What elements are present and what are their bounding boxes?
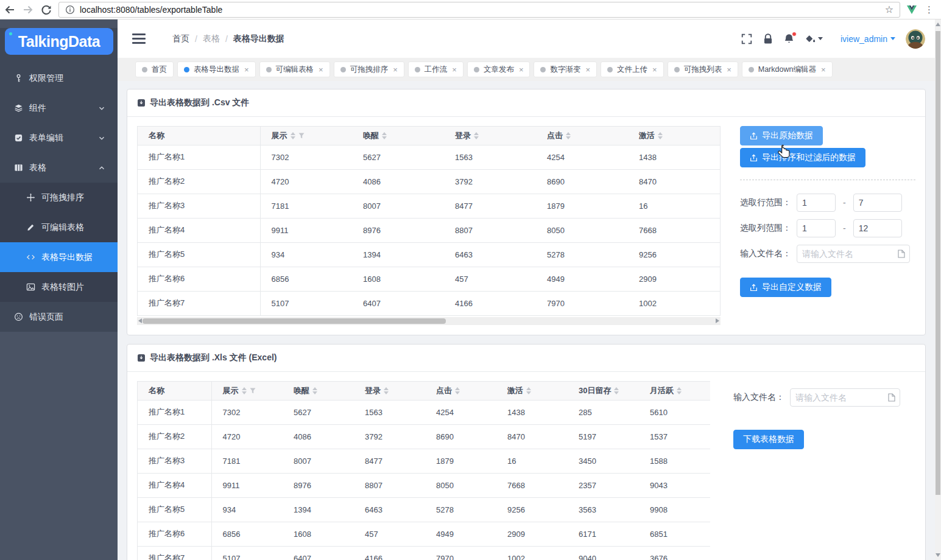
scroll-right-arrow[interactable] [716, 318, 719, 323]
table-cell: 9043 [639, 473, 710, 497]
column-header[interactable]: 点击 [425, 382, 496, 400]
sidebar-item-components[interactable]: 组件 [0, 93, 118, 123]
sidebar-item-error-page[interactable]: 错误页面 [0, 302, 118, 332]
filter-icon[interactable] [298, 133, 305, 139]
tab-close-icon[interactable]: × [452, 66, 457, 74]
tab-close-icon[interactable]: × [821, 66, 826, 74]
sidebar-item-editable-table[interactable]: 可编辑表格 [0, 212, 118, 242]
csv-table: 名称展示唤醒登录点击激活推广名称173025627156342541438推广名… [137, 126, 721, 316]
sort-caret-icon[interactable] [312, 387, 317, 394]
browser-menu-kebab-icon[interactable]: ⋮ [925, 4, 934, 15]
tab-close-icon[interactable]: × [393, 66, 398, 74]
row-range-to-input[interactable] [853, 194, 902, 212]
bell-icon[interactable] [784, 33, 795, 44]
export-raw-button[interactable]: 导出原始数据 [740, 126, 823, 145]
sidebar-item-permission[interactable]: 权限管理 [0, 63, 118, 93]
horizontal-scrollbar-thumb[interactable] [143, 318, 446, 324]
sort-caret-icon[interactable] [474, 132, 479, 139]
scroll-up-arrow[interactable] [936, 23, 940, 26]
column-header[interactable]: 登录 [444, 127, 536, 145]
column-header[interactable]: 激活 [496, 382, 568, 400]
xls-filename-input[interactable] [790, 388, 900, 407]
back-icon[interactable] [4, 4, 16, 16]
address-bar[interactable]: localhost:8080/tables/exportableTable ☆ [58, 2, 900, 18]
download-table-button[interactable]: 下载表格数据 [733, 430, 804, 449]
table-row: 推广名称24720408637928690847051971537 [138, 424, 710, 449]
sidebar-item-exportable-table[interactable]: 表格导出数据 [0, 242, 118, 272]
tab-close-icon[interactable]: × [519, 66, 524, 74]
open-tabs-bar: 首页表格导出数据×可编辑表格×可拖拽排序×工作流×文章发布×数字渐变×文件上传×… [118, 58, 941, 81]
sidebar-item-drag-sort[interactable]: 可拖拽排序 [0, 183, 118, 212]
column-header[interactable]: 唤醒 [283, 382, 354, 400]
tab-item[interactable]: 可拖拽列表× [668, 61, 738, 77]
table-row: 推广名称751076407416679701002 [138, 291, 720, 315]
column-header[interactable]: 登录 [354, 382, 425, 400]
column-header[interactable]: 点击 [536, 127, 628, 145]
scroll-down-arrow[interactable] [936, 553, 940, 557]
tab-close-icon[interactable]: × [585, 66, 590, 74]
sort-caret-icon[interactable] [614, 387, 619, 394]
sidebar-item-table-to-image[interactable]: 表格转图片 [0, 272, 118, 302]
sort-caret-icon[interactable] [455, 387, 460, 394]
sort-caret-icon[interactable] [242, 387, 247, 394]
vertical-scrollbar[interactable] [935, 19, 941, 560]
url-text[interactable]: localhost:8080/tables/exportableTable [80, 5, 885, 15]
fullscreen-icon[interactable] [741, 33, 752, 44]
sort-caret-icon[interactable] [384, 387, 389, 394]
sort-caret-icon[interactable] [566, 132, 571, 139]
sort-caret-icon[interactable] [677, 387, 682, 394]
tab-item[interactable]: 工作流× [408, 61, 463, 77]
theme-switch[interactable] [805, 34, 823, 44]
tab-close-icon[interactable]: × [652, 66, 657, 74]
column-header[interactable]: 唤醒 [352, 127, 444, 145]
tab-item[interactable]: Markdown编辑器× [742, 61, 833, 77]
table-cell: 3676 [639, 546, 710, 560]
refresh-icon[interactable] [40, 4, 52, 16]
bookmark-star-icon[interactable]: ☆ [885, 5, 893, 15]
sort-caret-icon[interactable] [526, 387, 531, 394]
tab-close-icon[interactable]: × [727, 66, 731, 74]
tab-item[interactable]: 可编辑表格× [259, 61, 330, 77]
col-range-from-input[interactable] [797, 219, 836, 237]
horizontal-scrollbar[interactable] [137, 317, 721, 325]
row-range-from-input[interactable] [797, 194, 836, 212]
tab-item[interactable]: 可拖拽排序× [334, 61, 404, 77]
sort-caret-icon[interactable] [291, 132, 295, 139]
avatar[interactable] [906, 29, 925, 49]
filename-input[interactable] [797, 245, 910, 263]
export-custom-button[interactable]: 导出自定义数据 [740, 278, 831, 297]
tab-item[interactable]: 数字渐变× [534, 61, 597, 77]
tab-close-icon[interactable]: × [319, 66, 323, 74]
info-icon[interactable] [65, 5, 75, 15]
hamburger-menu-icon[interactable] [132, 33, 146, 44]
app-logo[interactable]: TalkingData [5, 28, 113, 55]
sort-caret-icon[interactable] [658, 132, 663, 139]
vertical-scrollbar-thumb[interactable] [936, 31, 940, 495]
breadcrumb-tables[interactable]: 表格 [203, 33, 220, 44]
breadcrumb-home[interactable]: 首页 [172, 33, 189, 44]
column-header[interactable]: 月活跃 [639, 382, 710, 400]
chevron-down-icon [98, 135, 105, 142]
scroll-left-arrow[interactable] [138, 318, 142, 323]
tab-item[interactable]: 文件上传× [601, 61, 664, 77]
export-filtered-button[interactable]: 导出排序和过滤后的数据 [740, 148, 865, 167]
sidebar-item-form-edit[interactable]: 表单编辑 [0, 123, 118, 153]
tab-item[interactable]: 首页 [135, 61, 174, 77]
filter-icon[interactable] [250, 388, 256, 394]
table-cell: 6407 [283, 546, 354, 560]
lock-icon[interactable] [763, 33, 774, 44]
vue-extension-icon[interactable] [906, 5, 917, 15]
sidebar-item-tables[interactable]: 表格 [0, 153, 118, 183]
column-header[interactable]: 展示 [211, 382, 283, 400]
table-cell: 9911 [211, 473, 283, 497]
user-menu[interactable]: iview_admin [841, 34, 895, 44]
column-label: 30日留存 [579, 385, 611, 396]
column-header[interactable]: 展示 [260, 127, 352, 145]
column-header[interactable]: 激活 [628, 127, 720, 145]
tab-close-icon[interactable]: × [244, 66, 249, 74]
col-range-to-input[interactable] [853, 219, 902, 237]
tab-item[interactable]: 文章发布× [467, 61, 530, 77]
column-header[interactable]: 30日留存 [568, 382, 639, 400]
sort-caret-icon[interactable] [382, 132, 387, 139]
tab-item[interactable]: 表格导出数据× [177, 61, 256, 77]
